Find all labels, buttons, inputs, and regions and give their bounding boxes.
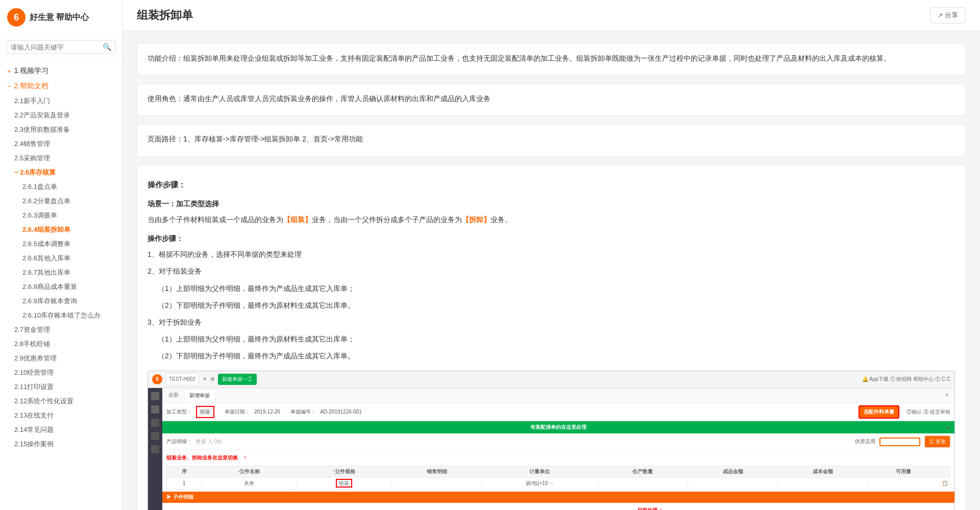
screenshot-wrapper: 6 TEST-H002 ▼ ⚙ 新建单据一工 🔔 App下载 ① 给招聘 帮助中… [148,371,955,510]
nav-sub-inventory: 2.6.1盘点单 2.6.2分量盘点单 2.6.3调拨单 2.6.4组装拆卸单 … [14,180,122,323]
mock-topbar: 6 TEST-H002 ▼ ⚙ 新建单据一工 🔔 App下载 ① 给招聘 帮助中… [148,371,954,388]
mock-test-id: TEST-H002 [165,373,199,385]
minus-icon: − [7,83,11,90]
search-input[interactable] [11,43,103,51]
mock-form-row1: 加工类型： 组装 单据日期： 2019-12-26 单据编号： AD-20191… [162,403,954,421]
sidebar-item-ops[interactable]: 2.10经营管理 [14,366,122,380]
sidebar-item-video[interactable]: + 1.视频学习 [0,63,122,79]
mock-process-type: 组装 [196,406,214,418]
plus-icon: + [7,67,11,75]
mock-sidebar-icon3 [151,419,159,427]
step3: 3、对于拆卸业务 [148,316,955,329]
sidebar-item-sys-config[interactable]: 2.12系统个性化设置 [14,394,122,408]
intro-block-2: 使用角色：通常由生产人员或库管人员完成拆装业务的操作，库管人员确认原材料的出库和… [137,84,966,116]
mock-table-container: 序 ·父件名称 ·父件规格 销售明细 计量单位 生产数量 成品金额 [162,466,954,492]
step2: 2、对于组装业务 [148,265,955,278]
nav-list: + 1.视频学习 − 2.帮助文档 2.1新手入门 2.2产品安装及登录 2.3… [0,59,122,510]
step1: 1、根据不同的业务，选择不同单据的类型来处理 [148,248,955,261]
sidebar-item-other-outbound[interactable]: 2.6.7其他出库单 [22,265,122,280]
content-area: 功能介绍：组装拆卸单用来处理企业组装或拆卸等加工业务，支持有固定装配清单的产品加… [122,31,980,510]
sidebar-item-print[interactable]: 2.11打印设置 [14,380,122,394]
table-row: 1 关米 组装 袋/包(+10 ··· [167,478,950,490]
main: 组装拆卸单 ↗ 分享 功能介绍：组装拆卸单用来处理企业组装或拆卸等加工业务，支持… [122,0,980,510]
step3-2: （2）下部明细为子件明细，最终作为产成品生成其它入库单。 [148,350,955,362]
mock-new-order-btn: 新建单据一工 [218,374,257,385]
sidebar-item-newbie[interactable]: 2.1新手入门 [14,94,122,108]
sidebar-item-coupon[interactable]: 2.9优惠券管理 [14,351,122,366]
step3-1: （1）上部明细为父件明细，最终作为原材料生成其它出库单； [148,333,955,346]
scenario1-title: 场景一：加工类型选择 [148,198,955,210]
mock-tab-list: 全部 [164,389,183,402]
sidebar-item-stocktake[interactable]: 2.6.1盘点单 [22,180,122,194]
mock-content-area: 全部 新增单据 × 加工类型： 组装 单据日期： [162,388,954,510]
nav-sub-helpdoc: 2.1新手入门 2.2产品安装及登录 2.3使用前数据准备 2.4销售管理 2.… [0,94,122,451]
sidebar-item-cases[interactable]: 2.15操作案例 [14,437,122,451]
op-steps-subtitle: 操作步骤： [148,232,955,245]
logo-area: 6 好生意 帮助中心 [0,0,122,35]
mock-config-btn: 选配件料单量 [859,405,899,419]
op-steps-block: 操作步骤： 场景一：加工类型选择 当由多个子件材料组装成一个成品的业务为【组装】… [137,165,966,510]
sidebar-item-install[interactable]: 2.2产品安装及登录 [14,108,122,123]
mock-confirm-btn: 立 更改 [924,435,950,448]
mock-tab-bar: 全部 新增单据 × [162,388,954,403]
mock-sidebar-icon5 [151,445,159,453]
logo-icon: 6 [7,8,26,27]
logo-text: 好生意 帮助中心 [30,12,89,23]
intro-block-3: 页面路径：1、库存核算->库存管理->组装拆卸单 2、首页->常用功能 [137,124,966,156]
scenario1-desc: 当由多个子件材料组装成一个成品的业务为【组装】业务，当由一个父件拆分成多个子产品… [148,213,955,226]
sidebar-item-dataprep[interactable]: 2.3使用前数据准备 [14,123,122,137]
mock-logo: 6 [152,374,162,384]
sidebar-item-finance[interactable]: 2.7资金管理 [14,323,122,337]
mock-alert-arrow: ← [945,421,951,433]
main-header: 组装拆卸单 ↗ 分享 [122,0,980,31]
mock-main-area: 全部 新增单据 × 加工类型： 组装 单据日期： [148,388,954,510]
sidebar-item-stock-ledger[interactable]: 2.6.9库存账本查询 [22,294,122,308]
sidebar: 6 好生意 帮助中心 🔍 + 1.视频学习 − 2.帮助文档 2.1新手入门 2… [0,0,122,510]
share-icon: ↗ [938,12,943,19]
mock-alert-container: 有装配清单的在这里处理 ← [162,421,954,433]
mock-form-row2: 产品明细： 数量 入 0份 供货店用 立 更改 [162,433,954,450]
sidebar-item-partial-stocktake[interactable]: 2.6.2分量盘点单 [22,194,122,208]
mock-highlight-cell: 组装 [336,479,352,488]
mock-screenshot: 6 TEST-H002 ▼ ⚙ 新建单据一工 🔔 App下载 ① 给招聘 帮助中… [148,371,955,510]
mock-enable-annotation: 启用处理 [637,506,657,510]
mock-detail-table: 序 ·父件名称 ·父件规格 销售明细 计量单位 生产数量 成品金额 [166,466,950,490]
share-button[interactable]: ↗ 分享 [930,7,966,23]
mock-type-switch-area: 组装业务、拆卸业务在这里切换 ↑ [162,450,954,466]
step2-1: （1）上部明细为父件明细，最终作为产成品生成其它入库单； [148,282,955,295]
mock-tab-new: 新增单据 [185,389,214,402]
mock-tab-close: × [941,389,952,402]
sidebar-item-transfer[interactable]: 2.6.3调拨单 [22,208,122,223]
step2-2: （2）下部明细为子件明细，最终作为原材料生成其它出库单。 [148,299,955,312]
mock-sidebar-icon2 [151,405,159,414]
intro-block-1: 功能介绍：组装拆卸单用来处理企业组装或拆卸等加工业务，支持有固定装配清单的产品加… [137,43,966,76]
mock-thin-sidebar [148,388,162,510]
sidebar-item-faq[interactable]: 2.14常见问题 [14,423,122,437]
mock-separator-bar: ▶ 子件明细 [162,492,954,503]
mock-type-annotation: 组装业务、拆卸业务在这里切换 [166,455,238,460]
sidebar-item-sales[interactable]: 2.4销售管理 [14,137,122,151]
sidebar-item-inventory[interactable]: − 2.6库存核算 [14,165,122,180]
sidebar-item-helpdoc[interactable]: − 2.帮助文档 [0,79,122,94]
search-input-wrap[interactable]: 🔍 [6,40,116,54]
mock-sidebar-icon4 [151,432,159,440]
sidebar-item-cost-adjust[interactable]: 2.6.5成本调整单 [22,237,122,251]
mock-supplier-input[interactable] [879,438,920,446]
search-icon[interactable]: 🔍 [103,43,111,51]
sidebar-item-cost-recalc[interactable]: 2.6.8商品成本重算 [22,280,122,294]
mock-sidebar-icon1 [151,392,159,400]
op-steps-title: 操作步骤： [148,178,955,191]
search-bar: 🔍 [0,35,122,59]
mock-form-area: 加工类型： 组装 单据日期： 2019-12-26 单据编号： AD-20191… [162,403,954,510]
sidebar-item-mobile[interactable]: 2.8手机旺铺 [14,337,122,351]
sidebar-item-assembly[interactable]: 2.6.4组装拆卸单 [22,223,122,237]
mock-enable-area: 启用处理 ↑ [162,503,954,510]
page-title: 组装拆卸单 [137,8,193,23]
mock-alert-bar: 有装配清单的在这里处理 [162,421,954,433]
sidebar-item-online-pay[interactable]: 2.13在线支付 [14,408,122,423]
sidebar-item-other-inbound[interactable]: 2.6.6其他入库单 [22,251,122,265]
sidebar-item-stock-error[interactable]: 2.6.10库存账本错了怎么办 [22,308,122,323]
sidebar-item-purchase[interactable]: 2.5采购管理 [14,151,122,165]
